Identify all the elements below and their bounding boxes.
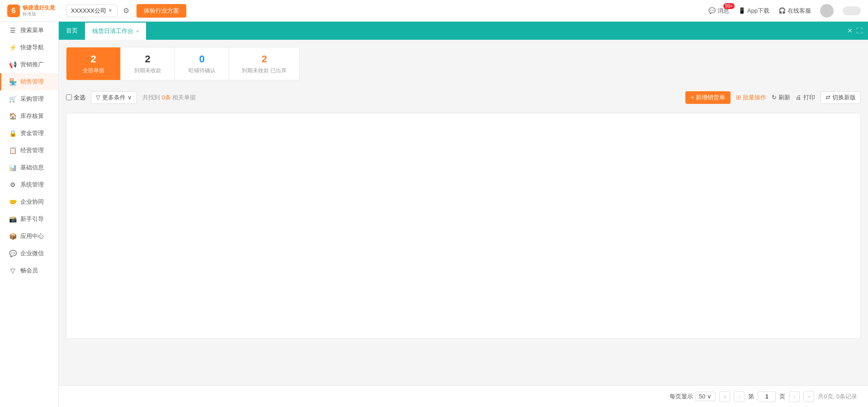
found-text: 共找到 0条 相关单据	[142, 94, 196, 102]
refresh-icon: ↻	[772, 94, 777, 101]
stat-card-overdue-shipped[interactable]: 2 到期未收款 已出库	[229, 47, 299, 80]
nav-tabs: 首页 钱货日清工作台 × ✕ ⛶	[59, 22, 868, 40]
logo-text: 畅捷通好生意 标准版	[23, 5, 55, 16]
app-download-label: App下载	[747, 7, 769, 15]
logo-area: 6 畅捷通好生意 标准版	[7, 5, 66, 17]
select-all-checkbox[interactable]	[66, 94, 72, 100]
company-dropdown-arrow: ▼	[108, 8, 113, 13]
window-close-btn[interactable]: ✕	[847, 27, 853, 34]
select-all-label: 全选	[74, 94, 85, 102]
sidebar-label-app-center: 应用中心	[20, 232, 44, 240]
inventory-icon: 🏠	[9, 112, 17, 120]
sidebar-item-basic-info[interactable]: 📊 基础信息	[0, 159, 58, 176]
sidebar-item-cooperation[interactable]: 🤝 企业协同	[0, 193, 58, 211]
sidebar-label-purchase: 采购管理	[20, 95, 44, 103]
avatar[interactable]	[820, 4, 834, 18]
filter-btn[interactable]: ▽ 更多条件 ∨	[91, 91, 137, 104]
logo-icon: 6	[7, 5, 20, 17]
batch-label: 批量操作	[743, 94, 766, 102]
company-selector[interactable]: XXXXXX公司 ▼	[66, 5, 118, 17]
page-size-arrow: ∨	[707, 393, 712, 400]
settings-btn[interactable]: ⚙	[123, 6, 129, 15]
cooperation-icon: 🤝	[9, 198, 17, 206]
print-label: 打印	[803, 94, 815, 102]
stat-card-overdue[interactable]: 2 到期未收款	[121, 47, 175, 80]
next-page-btn[interactable]: ›	[789, 391, 800, 402]
stats-row: 2 全部单据 2 到期未收款 0 旺铺待确认 2 到期未收款 已出库	[66, 47, 300, 80]
found-count: 0条	[162, 94, 171, 101]
select-all-area[interactable]: 全选	[66, 94, 85, 102]
switch-label: 切换新版	[832, 94, 856, 102]
marketing-icon: 📢	[9, 61, 17, 68]
messages-btn[interactable]: 💬 消息 99+	[708, 7, 729, 15]
pagination: 每页显示 50 ∨ « ‹ 第 页 › » 共0页, 0条记录	[59, 385, 868, 407]
quick-nav-icon: ⚡	[9, 44, 17, 51]
sidebar-label-operation: 经营管理	[20, 146, 44, 154]
sidebar-label-guide: 新手引导	[20, 215, 44, 223]
sidebar-item-quick-nav[interactable]: ⚡ 快捷导航	[0, 39, 58, 56]
sidebar-item-wechat[interactable]: 💬 企业微信	[0, 245, 58, 262]
nav-tab-actions: ✕ ⛶	[847, 27, 868, 34]
top-bar: 6 畅捷通好生意 标准版 XXXXXX公司 ▼ ⚙ 体验行业方案 💬 消息 99…	[0, 0, 868, 22]
stat-number-pending: 0	[188, 53, 216, 66]
stat-card-all[interactable]: 2 全部单据	[66, 47, 121, 80]
page-label-end: 页	[779, 393, 785, 401]
sidebar-item-finance[interactable]: 🔒 资金管理	[0, 125, 58, 142]
sidebar-item-inventory[interactable]: 🏠 库存核算	[0, 108, 58, 125]
switch-icon: ⇄	[826, 94, 830, 101]
sidebar-label-cooperation: 企业协同	[20, 198, 44, 206]
sidebar: ☰ 搜索菜单 ⚡ 快捷导航 📢 营销推广 🏪 销售管理 🛒 采购管理 🏠 库存核…	[0, 0, 59, 407]
add-order-btn[interactable]: + 新增销货单	[685, 91, 731, 104]
filter-icon: ▽	[96, 94, 100, 101]
sidebar-label-inventory: 库存核算	[20, 112, 44, 120]
sidebar-item-guide[interactable]: 📸 新手引导	[0, 211, 58, 228]
window-expand-btn[interactable]: ⛶	[856, 27, 863, 34]
sidebar-item-purchase[interactable]: 🛒 采购管理	[0, 90, 58, 108]
stat-card-pending[interactable]: 0 旺铺待确认	[175, 47, 229, 80]
service-icon: 🎧	[778, 7, 786, 14]
settings-icon: ⚙	[123, 7, 129, 14]
first-page-btn[interactable]: «	[719, 391, 730, 402]
experience-btn[interactable]: 体验行业方案	[137, 4, 186, 18]
print-icon: 🖨	[796, 94, 802, 101]
last-page-btn[interactable]: »	[803, 391, 814, 402]
refresh-btn[interactable]: ↻ 刷新	[772, 94, 790, 102]
prev-page-btn[interactable]: ‹	[734, 391, 745, 402]
sidebar-item-sales[interactable]: 🏪 销售管理	[0, 73, 58, 90]
page-label: 第	[748, 393, 754, 401]
tab-close-icon[interactable]: ×	[136, 28, 139, 34]
user-name-area[interactable]	[843, 6, 861, 15]
print-btn[interactable]: 🖨 打印	[796, 94, 815, 102]
sidebar-item-search-menu[interactable]: ☰ 搜索菜单	[0, 22, 58, 39]
app-download-btn[interactable]: 📱 App下载	[738, 7, 769, 15]
system-icon: ⚙	[9, 181, 17, 188]
message-icon: 💬	[708, 7, 716, 14]
page-input[interactable]	[758, 391, 776, 402]
toolbar: 全选 ▽ 更多条件 ∨ 共找到 0条 相关单据 + 新增销货单 ⊞ 批量操作 ↻…	[66, 88, 861, 108]
total-info: 共0页, 0条记录	[818, 393, 857, 401]
stat-number-all: 2	[79, 53, 108, 66]
sidebar-label-sales: 销售管理	[20, 78, 44, 86]
table-area	[66, 113, 861, 339]
wechat-icon: 💬	[9, 250, 17, 257]
page-size-label: 每页显示	[670, 393, 693, 401]
batch-icon: ⊞	[736, 94, 741, 101]
sidebar-item-system[interactable]: ⚙ 系统管理	[0, 176, 58, 193]
tab-home[interactable]: 首页	[59, 22, 85, 40]
sidebar-item-operation[interactable]: 📋 经营管理	[0, 142, 58, 159]
basic-info-icon: 📊	[9, 164, 17, 171]
switch-version-btn[interactable]: ⇄ 切换新版	[821, 91, 861, 104]
sales-icon: 🏪	[9, 78, 17, 85]
filter-label: 更多条件	[102, 94, 126, 102]
sidebar-item-marketing[interactable]: 📢 营销推广	[0, 56, 58, 73]
sidebar-item-app-center[interactable]: 📦 应用中心	[0, 228, 58, 245]
sidebar-item-member[interactable]: ▽ 畅会员	[0, 262, 58, 279]
page-size-select: 每页显示 50 ∨	[670, 392, 716, 401]
stat-number-overdue-shipped: 2	[242, 53, 287, 66]
batch-operation-btn[interactable]: ⊞ 批量操作	[736, 94, 766, 102]
page-size-box[interactable]: 50 ∨	[695, 392, 716, 401]
main-content: 2 全部单据 2 到期未收款 0 旺铺待确认 2 到期未收款 已出库 全选 ▽ …	[59, 40, 868, 407]
online-service-btn[interactable]: 🎧 在线客服	[778, 7, 811, 15]
search-menu-icon: ☰	[9, 27, 17, 34]
tab-work-bench[interactable]: 钱货日清工作台 ×	[85, 22, 146, 40]
